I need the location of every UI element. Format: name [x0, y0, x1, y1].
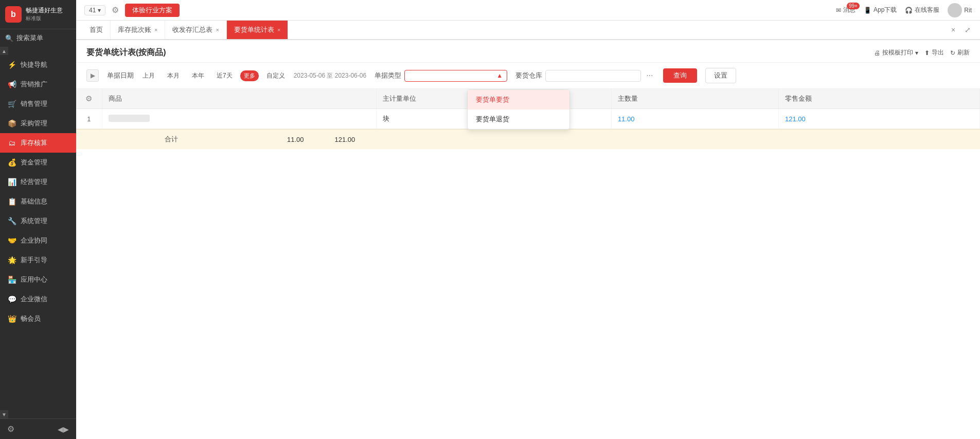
date-last-month[interactable]: 上月: [138, 70, 159, 82]
export-label: 导出: [932, 48, 944, 57]
tab-inventory-batch-close[interactable]: ×: [154, 27, 157, 33]
refresh-label: 刷新: [957, 48, 970, 57]
sidebar: b 畅捷通好生意 标准版 🔍 搜索菜单 ▲ ⚡ 快捷导航 📢 营销推广 🛒 销售…: [0, 0, 76, 439]
sidebar-footer: ⚙ ◀▶: [0, 418, 76, 439]
tab-collect-summary[interactable]: 收发存汇总表 ×: [165, 21, 226, 39]
messages-button[interactable]: ✉ 消息 99+: [836, 6, 856, 14]
sidebar-item-operation[interactable]: 📊 经营管理: [0, 172, 76, 192]
print-button[interactable]: 🖨 按模板打印 ▾: [874, 48, 918, 57]
filter-bar: ▶ 单据日期 上月 本月 本年 近7天 更多 自定义 2023-05-06 至 …: [76, 63, 980, 89]
date-last-7days[interactable]: 近7天: [212, 70, 237, 82]
date-filter-label: 单据日期: [107, 71, 134, 80]
tab-order-stats[interactable]: 要货单统计表 ×: [227, 21, 288, 39]
operation-icon: 📊: [7, 178, 16, 186]
col-header-quantity: 主数量: [611, 89, 778, 109]
industry-solution-button[interactable]: 体验行业方案: [125, 4, 180, 17]
sidebar-item-guide[interactable]: 🌟 新手引导: [0, 250, 76, 270]
type-filter-input[interactable]: [409, 72, 496, 80]
date-this-month[interactable]: 本月: [163, 70, 184, 82]
tab-bar: 首页 库存批次账 × 收发存汇总表 × 要货单统计表 × × ⤢: [76, 21, 980, 40]
user-avatar[interactable]: Rit: [948, 3, 972, 17]
filter-expand-button[interactable]: ▶: [86, 69, 99, 82]
sidebar-item-quick-nav[interactable]: ⚡ 快捷导航: [0, 55, 76, 75]
sidebar-item-wechat[interactable]: 💬 企业微信: [0, 289, 76, 309]
search-icon: 🔍: [5, 34, 13, 42]
amount-link[interactable]: 121.00: [785, 115, 806, 123]
footer-label: 合计: [165, 135, 178, 144]
refresh-button[interactable]: ↻ 刷新: [950, 48, 970, 57]
sidebar-item-system[interactable]: 🔧 系统管理: [0, 211, 76, 231]
tab-home[interactable]: 首页: [82, 21, 111, 39]
avatar-image: [948, 3, 962, 17]
query-button[interactable]: 查询: [663, 68, 697, 83]
page-content: 要货单统计表(按商品) 🖨 按模板打印 ▾ ⬆ 导出 ↻ 刷新: [76, 40, 980, 439]
tab-order-stats-label: 要货单统计表: [234, 25, 274, 34]
date-more[interactable]: 更多: [240, 70, 259, 81]
date-custom[interactable]: 自定义: [262, 70, 290, 82]
headset-icon: 🎧: [905, 7, 913, 14]
header-settings-icon[interactable]: ⚙: [112, 5, 119, 15]
app-logo-icon: b: [5, 6, 22, 23]
sidebar-settings-icon[interactable]: ⚙: [7, 424, 14, 434]
tab-close-all-button[interactable]: ×: [947, 24, 959, 36]
col-header-product: 商品: [102, 89, 376, 109]
app-download-label: App下载: [874, 6, 897, 14]
dropdown-item-tuihuo[interactable]: 要货单退货: [468, 109, 569, 129]
sidebar-item-label: 畅会员: [21, 314, 41, 323]
sidebar-item-label: 销售管理: [21, 99, 47, 108]
date-this-year[interactable]: 本年: [187, 70, 209, 82]
sidebar-scroll-up[interactable]: ▲: [0, 47, 8, 55]
system-icon: 🔧: [7, 217, 16, 225]
app-download-button[interactable]: 📱 App下载: [864, 6, 897, 14]
sidebar-item-member[interactable]: 👑 畅会员: [0, 309, 76, 328]
date-range-display: 2023-05-06 至 2023-06-06: [294, 71, 366, 80]
print-icon: 🖨: [874, 49, 880, 57]
company-dropdown-icon: ▾: [98, 7, 101, 14]
sidebar-item-basic[interactable]: 📋 基础信息: [0, 192, 76, 211]
tab-expand-button[interactable]: ⤢: [961, 24, 974, 36]
sidebar-item-enterprise[interactable]: 🤝 企业协同: [0, 231, 76, 250]
table-settings-icon[interactable]: ⚙: [76, 89, 102, 109]
sidebar-item-finance[interactable]: 💰 资金管理: [0, 153, 76, 172]
sidebar-item-appstore[interactable]: 🏪 应用中心: [0, 270, 76, 289]
sidebar-item-sales[interactable]: 🛒 销售管理: [0, 94, 76, 114]
header-right: ✉ 消息 99+ 📱 App下载 🎧 在线客服 Rit: [836, 3, 972, 17]
tab-inventory-batch[interactable]: 库存批次账 ×: [111, 21, 165, 39]
tab-collect-summary-close[interactable]: ×: [216, 27, 219, 33]
sidebar-item-purchase[interactable]: 📦 采购管理: [0, 114, 76, 133]
quantity-link[interactable]: 11.00: [618, 115, 635, 123]
warehouse-filter-input[interactable]: [545, 70, 641, 82]
purchase-icon: 📦: [7, 119, 16, 127]
marketing-icon: 📢: [7, 80, 16, 88]
tab-home-label: 首页: [90, 25, 103, 34]
cell-amount: 121.00: [778, 109, 979, 129]
sidebar-item-label: 资金管理: [21, 158, 47, 167]
sidebar-collapse-icon[interactable]: ◀▶: [58, 425, 69, 433]
type-filter-label: 单据类型: [375, 71, 401, 80]
sidebar-scroll-down[interactable]: ▼: [0, 410, 8, 418]
member-icon: 👑: [7, 315, 16, 323]
online-service-button[interactable]: 🎧 在线客服: [905, 6, 939, 14]
sidebar-item-label: 企业协同: [21, 236, 47, 245]
type-filter-arrow[interactable]: ▲: [496, 72, 503, 79]
cell-quantity: 11.00: [611, 109, 778, 129]
online-service-label: 在线客服: [915, 6, 939, 14]
sidebar-item-label: 经营管理: [21, 177, 47, 187]
type-filter-group: 单据类型 ▲: [375, 70, 507, 82]
tab-inventory-batch-label: 库存批次账: [118, 25, 151, 34]
sidebar-search[interactable]: 🔍 搜索菜单: [0, 29, 76, 47]
sidebar-item-marketing[interactable]: 📢 营销推广: [0, 75, 76, 94]
guide-icon: 🌟: [7, 256, 16, 264]
sidebar-item-label: 企业微信: [21, 295, 47, 304]
sidebar-item-inventory[interactable]: 🗂 库存核算: [0, 133, 76, 153]
more-options-icon[interactable]: ···: [644, 71, 655, 80]
enterprise-icon: 🤝: [7, 236, 16, 245]
company-selector[interactable]: 41 ▾: [84, 5, 105, 15]
warehouse-filter-label: 要货仓库: [515, 71, 542, 80]
export-button[interactable]: ⬆ 导出: [924, 48, 944, 57]
dropdown-item-yaohuо[interactable]: 要货单要货: [468, 90, 569, 109]
sidebar-nav: ⚡ 快捷导航 📢 营销推广 🛒 销售管理 📦 采购管理 🗂 库存核算 💰 资金管…: [0, 55, 76, 410]
type-filter-input-wrapper[interactable]: ▲: [404, 70, 507, 82]
setup-button[interactable]: 设置: [705, 68, 736, 83]
tab-order-stats-close[interactable]: ×: [277, 27, 280, 33]
